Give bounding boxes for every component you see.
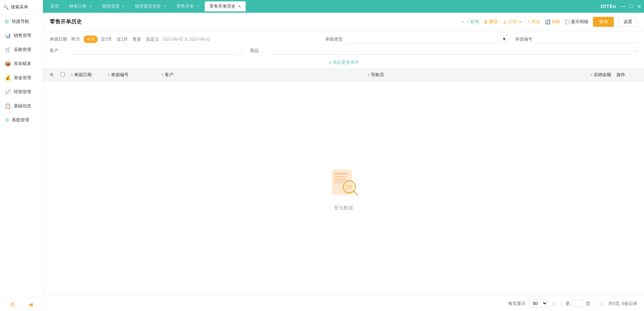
total-info: 共0页, 0条记录 [608,301,637,307]
th-amount[interactable]: ⇅ 实销金额 [408,72,614,78]
main-content: 首页 销售订单 ✕ 销货退货 ✕ 销货退货历史 ✕ 零售开单 ✕ 零售开单历史 … [43,0,644,311]
sidebar-item-quick-nav[interactable]: ⊞ 快捷导航 [0,14,43,29]
tab-retail-open[interactable]: 零售开单 ✕ [172,1,204,11]
select-all-checkbox[interactable] [60,72,65,76]
doc-num-input[interactable] [536,35,637,43]
th-number[interactable]: ⇅ 单据编号 [105,72,158,78]
sidebar-item-operations[interactable]: 📈 经营管理 [0,85,43,99]
table-settings-icon[interactable]: ⚙ [46,72,57,77]
page-label: 页 [586,301,590,307]
next-page-button[interactable]: ⟩ [592,300,597,307]
svg-rect-1 [334,173,347,174]
query-button[interactable]: 查询 [593,17,614,27]
goods-dots[interactable]: ··· [634,48,637,53]
date-more[interactable]: 更多 [131,36,143,43]
sidebar-item-basic-info[interactable]: 📋 基础信息 [0,99,43,113]
filter-row-2: 客户 ··· 商品 ··· [50,47,637,55]
sales-mgmt-icon: 📊 [5,33,11,39]
th-action: 操作 [614,72,641,78]
delete-button[interactable]: 🗑 删除 [484,19,498,25]
operations-icon: 📈 [5,89,11,95]
first-page-button[interactable]: ⟨⟨ [551,300,557,307]
page-title: 零售开单历史 [50,18,82,25]
page-size-select[interactable]: 50 10 20 100 [529,299,548,308]
tab-bar-right: OfTEn — □ ✕ [600,3,641,10]
toolbar: ＋ + 新增 🗑 删除 🖨 打印 ▼ ↗ 导出 🔄 刷新 显 [461,17,637,27]
tab-retail-open-history-close[interactable]: ✕ [238,4,241,9]
sidebar-item-purchase-mgmt[interactable]: 🛒 采购管理 [0,43,43,57]
date-yesterday[interactable]: 昨天 [70,36,82,43]
sort-icon-date: ⇅ [70,73,73,76]
table-select-all[interactable] [57,72,68,77]
print-icon: 🖨 [503,19,507,24]
sidebar-item-label: 经营管理 [14,89,31,95]
tab-home[interactable]: 首页 [46,1,64,11]
minimize-button[interactable]: — [620,3,626,9]
tab-sales-return-history-close[interactable]: ✕ [163,4,166,9]
th-guide[interactable]: ⇅ 导购员 [364,72,408,78]
tab-sales-return-history[interactable]: 销货退货历史 ✕ [130,1,171,11]
maximize-button[interactable]: □ [630,3,633,9]
tab-retail-open-close[interactable]: ✕ [196,4,199,9]
svg-point-6 [345,182,354,192]
pagination: 每页显示 50 10 20 100 ⟨⟨ ⟨ 第 1 页 ⟩ ⟩⟩ 共0页, 0… [43,296,644,311]
display-detail-checkbox[interactable]: 显示明细 [565,19,588,25]
goods-input[interactable] [270,47,632,55]
doc-num-label: 单据编号 [515,36,534,42]
empty-state: 暂无数据 [43,81,644,296]
close-window-button[interactable]: ✕ [637,3,641,10]
empty-illustration [325,166,362,200]
date-custom[interactable]: 自定义 [145,36,160,43]
tab-retail-open-history[interactable]: 零售开单历史 ✕ [205,1,246,11]
date-1month[interactable]: 近1月 [115,36,129,43]
tab-sales-return[interactable]: 销货退货 ✕ [97,1,130,11]
purchase-mgmt-icon: 🛒 [5,47,11,53]
display-detail-input[interactable] [565,20,569,24]
sidebar-item-sales-mgmt[interactable]: 📊 销售管理 [0,29,43,43]
export-button[interactable]: ↗ 导出 [527,19,540,25]
sidebar-item-label: 系统管理 [12,117,29,123]
tab-bar: 首页 销售订单 ✕ 销货退货 ✕ 销货退货历史 ✕ 零售开单 ✕ 零售开单历史 … [43,0,644,13]
tab-sales-return-close[interactable]: ✕ [122,4,125,9]
date-7days[interactable]: 近7天 [100,36,113,43]
inventory-icon: 📦 [5,61,11,67]
search-icon: 🔍 [3,5,9,10]
sidebar-item-inventory[interactable]: 📦 库存核算 [0,57,43,71]
filter-goods: 商品 ··· [250,47,637,55]
doc-type-select[interactable]: ▼ [346,35,508,43]
sort-icon-amount: ⇅ [590,73,593,76]
tab-sales-order[interactable]: 销售订单 ✕ [64,1,97,11]
th-date[interactable]: ⇅ 单据日期 [68,72,105,78]
customer-input[interactable] [70,47,238,55]
page-word: 第 [565,301,570,307]
settings-footer-icon[interactable]: ⚙ [10,301,15,308]
svg-rect-2 [334,176,346,177]
refresh-label: 刷新 [552,19,560,25]
th-customer[interactable]: ⇅ 客户 [158,72,364,78]
print-button[interactable]: 🖨 打印 ▼ [503,19,522,25]
sidebar-item-system[interactable]: ⚙ 系统管理 [0,113,43,127]
doc-type-dropdown-icon: ▼ [502,37,506,42]
customer-dots[interactable]: ··· [240,48,243,53]
filter-area: 单据日期 昨天 今天 近7天 近1月 更多 自定义 2023-06-02 至 2… [43,31,644,68]
tab-sales-return-history-label: 销货退货历史 [135,3,161,9]
last-page-button[interactable]: ⟩⟩ [599,300,605,307]
prev-page-button[interactable]: ⟨ [559,300,563,307]
table-area: ⚙ ⇅ 单据日期 ⇅ 单据编号 ⇅ 客户 ⇅ 导购员 ⇅ 实销金额 [43,68,644,311]
delete-icon: 🗑 [484,19,488,24]
date-today[interactable]: 今天 [84,36,98,43]
add-button[interactable]: ＋ + 新增 [461,19,479,25]
refresh-icon: 🔄 [545,19,550,24]
sidebar-search[interactable]: 🔍 搜索采单 [0,0,43,14]
sidebar-item-finance[interactable]: 💰 资金管理 [0,71,43,85]
collapse-button[interactable]: ∧ 收起更多条件 [328,59,359,65]
table-header: ⚙ ⇅ 单据日期 ⇅ 单据编号 ⇅ 客户 ⇅ 导购员 ⇅ 实销金额 [43,68,644,81]
refresh-button[interactable]: 🔄 刷新 [545,19,560,25]
collapse-footer-icon[interactable]: ◀ [29,301,33,308]
filter-row-1: 单据日期 昨天 今天 近7天 近1月 更多 自定义 2023-06-02 至 2… [50,35,637,43]
collapse-label: 收起更多条件 [333,59,359,65]
setting-button[interactable]: 设置 [618,17,637,27]
export-label: 导出 [532,19,540,25]
page-number-input[interactable]: 1 [572,300,584,307]
tab-sales-order-close[interactable]: ✕ [89,4,92,9]
